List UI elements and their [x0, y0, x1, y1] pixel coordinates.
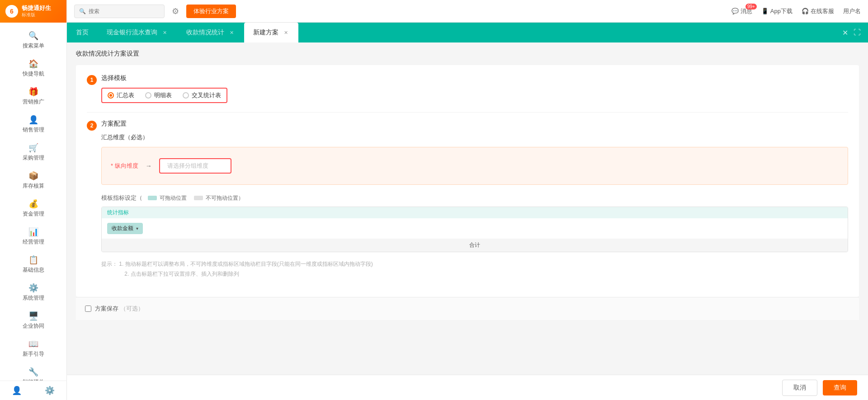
sidebar-header: 6 畅捷通好生 标准版: [0, 0, 66, 23]
sidebar-item-search[interactable]: 🔍 搜索菜单: [0, 26, 66, 54]
trial-button[interactable]: 体验行业方案: [186, 5, 236, 18]
sidebar: 6 畅捷通好生 标准版 🔍 搜索菜单 🏠 快捷导航 🎁 营销推广 👤 销售管理 …: [0, 0, 67, 400]
query-button[interactable]: 查询: [823, 380, 857, 395]
sidebar-item-label: 新手引导: [23, 350, 44, 358]
sidebar-item-finance[interactable]: 💰 资金管理: [0, 194, 66, 222]
indicator-section-header: 统计指标: [102, 207, 848, 218]
save-option-area: 方案保存 （可选）: [76, 297, 859, 320]
save-label: 方案保存 （可选）: [95, 305, 144, 313]
sidebar-item-label: 企业协同: [23, 322, 44, 330]
user-label[interactable]: 用户名: [843, 7, 861, 15]
tab-collection-label: 收款情况统计: [186, 28, 224, 37]
brand-name: 畅捷通好生: [22, 5, 51, 12]
non-draggable-legend-label: 不可拖动位置）: [206, 194, 244, 202]
draggable-legend-box: [148, 196, 157, 200]
sidebar-item-collab[interactable]: 🖥️ 企业协同: [0, 306, 66, 334]
download-button[interactable]: 📱 App下载: [761, 7, 793, 15]
tabbar-actions: ✕ ⛶: [835, 28, 868, 37]
sidebar-footer-item1[interactable]: 👤: [12, 386, 22, 395]
search-input[interactable]: [89, 8, 152, 14]
step-1: 1 选择模板 汇总表 明细表: [87, 74, 848, 103]
list-icon: 📋: [28, 255, 38, 265]
legend-draggable: 可拖动位置: [148, 194, 187, 202]
indicator-legend: 可拖动位置 不可拖动位置）: [148, 194, 244, 202]
money-icon: 💰: [28, 199, 38, 209]
indicator-setting: 模板指标设定（ 可拖动位置 不可拖动位置）: [101, 194, 848, 252]
monitor-icon: 🖥️: [28, 311, 38, 321]
tip-2-content: 2. 点击标题栏下拉可设置排序、插入列和删除列: [124, 271, 239, 277]
radio-summary-circle: [108, 92, 114, 99]
service-button[interactable]: 🎧 在线客服: [802, 7, 834, 15]
sidebar-nav: 🔍 搜索菜单 🏠 快捷导航 🎁 营销推广 👤 销售管理 🛒 采购管理 📦 库存核…: [0, 23, 66, 381]
radio-cross-label: 交叉统计表: [192, 91, 221, 99]
dimension-select[interactable]: 请选择分组维度: [159, 158, 231, 174]
step-1-num: 1: [87, 75, 97, 85]
sidebar-item-hardware[interactable]: 🔧 智能硬件: [0, 362, 66, 381]
tab-home[interactable]: 首页: [67, 23, 98, 42]
step-2-content: 方案配置 汇总维度（必选） * 纵向维度 → 请选择分组维度: [101, 120, 848, 279]
dimension-area: * 纵向维度 → 请选择分组维度: [101, 147, 848, 185]
sidebar-item-label: 销售管理: [23, 126, 44, 134]
message-button[interactable]: 💬 消息 99+: [731, 7, 752, 15]
gear-icon[interactable]: ⚙: [172, 6, 179, 16]
logo-icon: 6: [5, 5, 18, 18]
sidebar-item-label: 库存核算: [23, 182, 44, 190]
edition-label: 标准版: [22, 12, 51, 18]
sidebar-item-system[interactable]: ⚙️ 系统管理: [0, 278, 66, 306]
indicator-table: 统计指标 收款金额 ▾ 合计: [101, 207, 848, 252]
sidebar-footer: 👤 ⚙️: [0, 381, 66, 400]
settings2-icon: ⚙️: [45, 386, 55, 395]
tab-cashbank-label: 现金银行流水查询: [107, 28, 157, 37]
cart-icon: 🛒: [28, 143, 38, 153]
sidebar-item-sales[interactable]: 👤 销售管理: [0, 110, 66, 138]
dimension-row: * 纵向维度 → 请选择分组维度: [111, 158, 839, 174]
template-options-box: 汇总表 明细表 交叉统计表: [101, 88, 227, 103]
sidebar-item-inventory[interactable]: 📦 库存核算: [0, 166, 66, 194]
sidebar-item-marketing[interactable]: 🎁 营销推广: [0, 82, 66, 110]
settings-icon: ⚙️: [28, 283, 38, 293]
step-2: 2 方案配置 汇总维度（必选） * 纵向维度 → 请选择分组维度: [87, 120, 848, 279]
step-separator: [87, 112, 848, 113]
indicator-subtotal: 合计: [102, 239, 848, 252]
gift-icon: 🎁: [28, 87, 38, 97]
tab-newplan-close[interactable]: ✕: [282, 29, 289, 36]
dimension-arrow-icon: →: [146, 162, 152, 169]
dimension-title: 汇总维度（必选）: [101, 133, 848, 141]
radio-summary[interactable]: 汇总表: [108, 91, 134, 99]
page-title: 收款情况统计方案设置: [76, 50, 859, 58]
message-icon: 💬: [731, 8, 739, 14]
sidebar-item-quicknav[interactable]: 🏠 快捷导航: [0, 54, 66, 82]
tab-cashbank[interactable]: 现金银行流水查询 ✕: [98, 23, 177, 42]
sidebar-item-purchase[interactable]: 🛒 采购管理: [0, 138, 66, 166]
sidebar-item-label: 基础信息: [23, 266, 44, 274]
tip-2: 2. 点击标题栏下拉可设置排序、插入列和删除列: [101, 269, 848, 279]
indicator-tag-label: 收款金额: [112, 225, 133, 232]
cancel-button[interactable]: 取消: [782, 380, 817, 396]
maximize-icon[interactable]: ⛶: [854, 28, 861, 37]
indicator-tag-collection[interactable]: 收款金额 ▾: [107, 223, 143, 234]
sidebar-item-basic[interactable]: 📋 基础信息: [0, 250, 66, 278]
indicator-cell: 收款金额 ▾: [102, 218, 848, 239]
sidebar-item-operations[interactable]: 📊 经营管理: [0, 222, 66, 250]
tab-collection[interactable]: 收款情况统计 ✕: [177, 23, 244, 42]
radio-cross[interactable]: 交叉统计表: [183, 91, 221, 99]
tab-newplan-label: 新建方案: [253, 28, 278, 37]
search-icon: 🔍: [28, 31, 38, 41]
tab-home-label: 首页: [76, 28, 89, 37]
tab-newplan[interactable]: 新建方案 ✕: [244, 23, 298, 42]
tip-2-text: [101, 271, 123, 277]
topbar-right: 💬 消息 99+ 📱 App下载 🎧 在线客服 用户名: [731, 7, 861, 15]
tab-collection-close[interactable]: ✕: [228, 29, 235, 36]
legend-non-draggable: 不可拖动位置）: [194, 194, 244, 202]
topbar-search-container[interactable]: 🔍: [74, 5, 165, 18]
close-all-icon[interactable]: ✕: [842, 28, 848, 37]
sidebar-item-guide[interactable]: 📖 新手引导: [0, 334, 66, 362]
tab-cashbank-close[interactable]: ✕: [161, 29, 168, 36]
radio-detail[interactable]: 明细表: [145, 91, 172, 99]
home-icon: 🏠: [28, 59, 38, 69]
save-checkbox[interactable]: [85, 306, 91, 312]
vertical-dim-label: * 纵向维度: [111, 162, 138, 170]
sidebar-item-label: 快捷导航: [23, 70, 44, 78]
sidebar-footer-item2[interactable]: ⚙️: [45, 386, 55, 395]
service-label: 在线客服: [811, 7, 834, 15]
